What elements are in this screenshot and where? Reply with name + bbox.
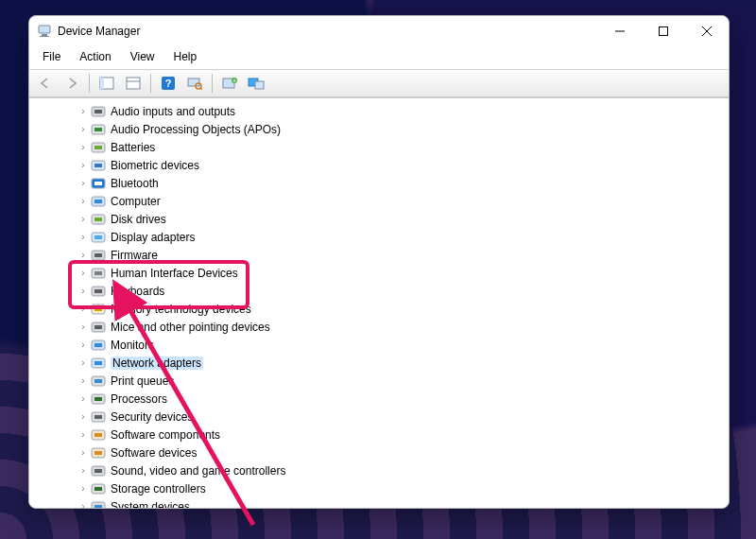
tree-item-print-queues[interactable]: ›Print queues — [29, 372, 729, 390]
chevron-right-icon[interactable]: › — [78, 106, 88, 116]
tree-item-label: Storage controllers — [111, 482, 206, 496]
maximize-button[interactable] — [642, 16, 685, 46]
network-icon — [90, 356, 107, 370]
tree-item-hid[interactable]: ›Human Interface Devices — [29, 264, 729, 282]
tree-item-label: Audio inputs and outputs — [111, 105, 235, 118]
add-legacy-button[interactable]: + — [217, 72, 242, 95]
tree-item-system[interactable]: ›System devices — [29, 497, 729, 508]
chevron-right-icon[interactable]: › — [78, 411, 88, 422]
tree-item-display[interactable]: ›Display adapters — [29, 228, 729, 246]
chevron-right-icon[interactable]: › — [78, 393, 88, 404]
tree-item-label: Batteries — [111, 141, 155, 154]
svg-rect-46 — [94, 325, 102, 329]
tree-item-computer[interactable]: ›Computer — [29, 192, 729, 210]
back-button — [33, 72, 58, 95]
keyboards-icon — [90, 285, 107, 298]
chevron-right-icon[interactable]: › — [78, 178, 88, 188]
tree-item-processors[interactable]: ›Processors — [29, 390, 729, 408]
chevron-right-icon[interactable]: › — [78, 357, 88, 368]
display-icon — [90, 231, 107, 244]
svg-rect-2 — [40, 36, 49, 37]
tree-item-soft-components[interactable]: ›Software components — [29, 426, 729, 443]
chevron-right-icon[interactable]: › — [78, 250, 88, 260]
chevron-right-icon[interactable]: › — [78, 142, 88, 152]
menu-action[interactable]: Action — [72, 48, 118, 65]
tree-item-security[interactable]: ›Security devices — [29, 408, 729, 426]
tree-item-audio-io[interactable]: ›Audio inputs and outputs — [29, 102, 729, 120]
chevron-right-icon[interactable]: › — [78, 375, 88, 386]
properties-button[interactable] — [121, 72, 146, 95]
chevron-right-icon[interactable]: › — [78, 322, 88, 332]
tree-item-label: Monitors — [111, 339, 154, 352]
firmware-icon — [90, 249, 107, 262]
audio-io-icon — [90, 105, 107, 118]
bluetooth-icon — [90, 177, 107, 190]
svg-rect-42 — [94, 289, 102, 293]
batteries-icon — [90, 141, 107, 154]
tree-item-label: Keyboards — [111, 285, 164, 298]
disk-drives-icon — [90, 213, 107, 226]
svg-rect-22 — [94, 110, 102, 113]
chevron-right-icon[interactable]: › — [78, 124, 88, 134]
minimize-button[interactable] — [598, 16, 642, 46]
tree-item-audio-apo[interactable]: ›Audio Processing Objects (APOs) — [29, 120, 729, 138]
tree-item-storage-ctrl[interactable]: ›Storage controllers — [29, 479, 729, 497]
chevron-right-icon[interactable]: › — [78, 483, 88, 494]
chevron-right-icon[interactable]: › — [78, 196, 88, 206]
svg-text:+: + — [232, 78, 236, 84]
svg-rect-26 — [94, 146, 102, 149]
chevron-right-icon[interactable]: › — [78, 304, 88, 314]
svg-rect-0 — [39, 26, 50, 33]
chevron-right-icon[interactable]: › — [78, 429, 88, 440]
devices-and-printers-button[interactable] — [244, 72, 268, 95]
svg-rect-52 — [94, 379, 102, 383]
tree-item-bluetooth[interactable]: ›Bluetooth — [29, 174, 729, 192]
tree-item-firmware[interactable]: ›Firmware — [29, 246, 729, 264]
chevron-right-icon[interactable]: › — [78, 501, 88, 508]
tree-item-disk-drives[interactable]: ›Disk drives — [29, 210, 729, 228]
chevron-right-icon[interactable]: › — [78, 339, 88, 350]
chevron-right-icon[interactable]: › — [78, 214, 88, 224]
tree-item-network[interactable]: ›Network adapters — [29, 354, 729, 372]
tree-item-label: Human Interface Devices — [111, 267, 238, 280]
tree-item-batteries[interactable]: ›Batteries — [29, 138, 729, 156]
menu-help[interactable]: Help — [166, 48, 205, 65]
tree-item-keyboards[interactable]: ›Keyboards — [29, 282, 729, 300]
tree-item-label: Sound, video and game controllers — [111, 464, 285, 478]
toolbar: ? + — [29, 69, 729, 96]
svg-rect-32 — [94, 200, 102, 203]
svg-rect-4 — [660, 27, 668, 36]
chevron-right-icon[interactable]: › — [78, 268, 88, 278]
tree-item-label: System devices — [111, 500, 190, 509]
processors-icon — [90, 392, 107, 406]
titlebar[interactable]: Device Manager — [29, 16, 729, 46]
chevron-right-icon[interactable]: › — [78, 447, 88, 458]
tree-item-memory[interactable]: ›Memory technology devices — [29, 300, 729, 318]
tree-item-label: Computer — [111, 195, 161, 208]
biometric-icon — [90, 159, 107, 172]
toolbar-separator — [212, 74, 213, 93]
help-button[interactable]: ? — [156, 72, 180, 95]
tree-item-label: Processors — [111, 392, 167, 406]
device-tree[interactable]: ›Audio inputs and outputs›Audio Processi… — [29, 98, 729, 508]
menu-file[interactable]: File — [35, 48, 68, 65]
tree-item-soft-devices[interactable]: ›Software devices — [29, 443, 729, 461]
tree-item-label: Audio Processing Objects (APOs) — [111, 123, 281, 136]
chevron-right-icon[interactable]: › — [78, 286, 88, 296]
scan-hardware-button[interactable] — [182, 72, 207, 95]
tree-item-mice[interactable]: ›Mice and other pointing devices — [29, 318, 729, 336]
svg-rect-28 — [94, 164, 102, 167]
tree-item-label: Print queues — [111, 374, 174, 388]
menu-view[interactable]: View — [123, 48, 163, 65]
chevron-right-icon[interactable]: › — [78, 160, 88, 170]
show-hide-tree-button[interactable] — [94, 72, 119, 95]
chevron-right-icon[interactable]: › — [78, 465, 88, 476]
tree-item-monitors[interactable]: ›Monitors — [29, 336, 729, 354]
close-button[interactable] — [685, 16, 729, 46]
chevron-right-icon[interactable]: › — [78, 232, 88, 242]
audio-apo-icon — [90, 123, 107, 136]
mice-icon — [90, 321, 107, 334]
tree-item-biometric[interactable]: ›Biometric devices — [29, 156, 729, 174]
svg-line-15 — [200, 88, 202, 90]
tree-item-sound[interactable]: ›Sound, video and game controllers — [29, 461, 729, 479]
